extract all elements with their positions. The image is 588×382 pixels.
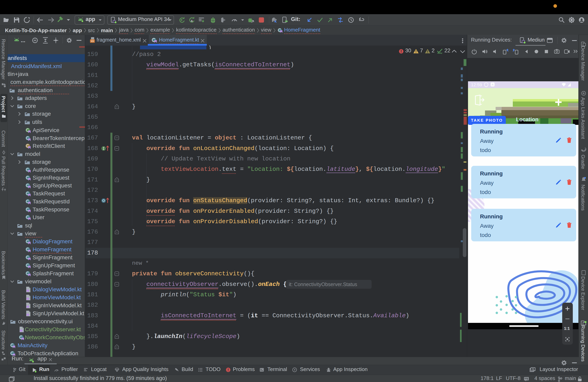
svg-text:A: A [191,19,193,22]
svg-text:A: A [492,83,494,86]
svg-text:<>: <> [91,40,94,43]
